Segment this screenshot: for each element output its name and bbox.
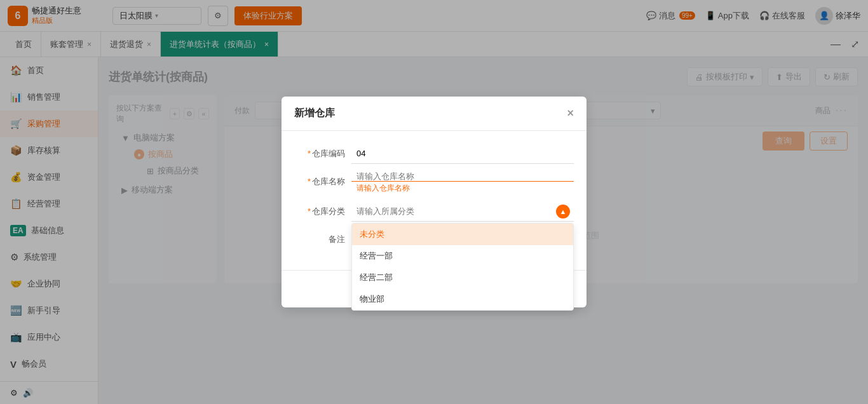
- category-dropdown: ▲ 未分类 经营一部 经营二部 物业部: [351, 201, 574, 222]
- category-input[interactable]: [351, 201, 574, 222]
- modal-body: 仓库编码 仓库名称 请输入仓库名称 仓库分类 ▲ 未分类: [281, 131, 587, 270]
- name-error-text: 请输入仓库名称: [351, 183, 574, 194]
- category-dropdown-list: 未分类 经营一部 经营二部 物业部: [351, 223, 574, 311]
- name-label: 仓库名称: [294, 172, 351, 192]
- modal-close-button[interactable]: ×: [567, 107, 574, 120]
- warehouse-category-row: 仓库分类 ▲ 未分类 经营一部 经营二部 物业部: [294, 201, 574, 222]
- code-label: 仓库编码: [294, 144, 351, 164]
- modal-title: 新增仓库: [294, 107, 335, 120]
- note-label: 备注: [294, 229, 351, 250]
- dropdown-item-dept2[interactable]: 经营二部: [352, 267, 573, 288]
- dropdown-item-unclassified[interactable]: 未分类: [352, 224, 573, 245]
- modal-overlay: 新增仓库 × 仓库编码 仓库名称 请输入仓库名称 仓库分类: [0, 0, 868, 404]
- category-label: 仓库分类: [294, 201, 351, 222]
- warehouse-name-row: 仓库名称 请输入仓库名称: [294, 172, 574, 194]
- modal-header: 新增仓库 ×: [281, 97, 587, 131]
- warehouse-code-row: 仓库编码: [294, 144, 574, 164]
- name-input[interactable]: [351, 172, 574, 182]
- dropdown-item-dept1[interactable]: 经营一部: [352, 245, 573, 267]
- category-dropdown-arrow[interactable]: ▲: [556, 205, 570, 219]
- code-input[interactable]: [351, 144, 574, 164]
- new-warehouse-modal: 新增仓库 × 仓库编码 仓库名称 请输入仓库名称 仓库分类: [281, 97, 587, 307]
- dropdown-item-property[interactable]: 物业部: [352, 288, 573, 310]
